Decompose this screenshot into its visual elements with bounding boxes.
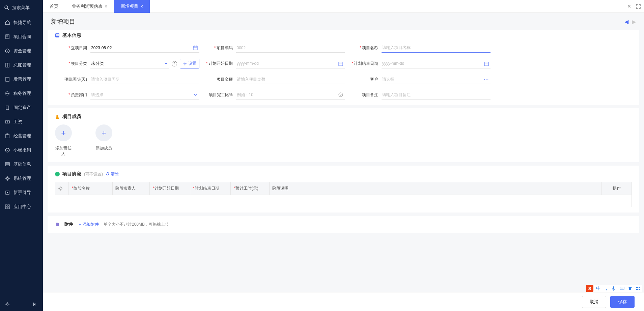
sidebar-item-guide[interactable]: 新手引导 bbox=[0, 186, 43, 200]
close-icon[interactable]: × bbox=[105, 4, 107, 9]
category-settings-button[interactable]: 设置 bbox=[180, 59, 199, 68]
salary-icon bbox=[5, 119, 10, 124]
sidebar-item-label: 税务管理 bbox=[13, 90, 31, 96]
sidebar-item-expense[interactable]: 小畅报销 bbox=[0, 143, 43, 157]
ime-toolbox-icon[interactable] bbox=[636, 286, 642, 290]
sidebar-item-quicknav[interactable]: 快捷导航 bbox=[0, 16, 43, 30]
ime-mic-icon[interactable] bbox=[612, 286, 618, 291]
end-date-input[interactable] bbox=[382, 59, 491, 68]
label-complete: 项目完工比% bbox=[209, 92, 233, 97]
ime-toolbar[interactable]: S 中 ， bbox=[586, 285, 642, 292]
sidebar-item-label: 发票管理 bbox=[13, 76, 31, 82]
more-icon[interactable]: ⋯ bbox=[484, 77, 489, 82]
svg-point-0 bbox=[5, 6, 8, 9]
gear-icon bbox=[5, 176, 10, 181]
tab-home[interactable]: 首页 bbox=[43, 0, 65, 13]
page-prev-icon[interactable]: ◀ bbox=[624, 19, 628, 25]
svg-rect-42 bbox=[484, 62, 488, 66]
start-date-input[interactable] bbox=[236, 59, 345, 68]
ime-keyboard-icon[interactable] bbox=[620, 286, 626, 290]
sidebar-item-salary[interactable]: 工资 bbox=[0, 115, 43, 129]
sidebar-item-basic-info[interactable]: 基础信息 bbox=[0, 157, 43, 171]
add-member-button[interactable]: ＋ bbox=[95, 124, 112, 141]
tab-new-project[interactable]: 新增项目 × bbox=[114, 0, 150, 13]
proj-name-input[interactable] bbox=[382, 43, 491, 53]
label-proj-date: 立项日期 bbox=[71, 46, 87, 50]
sidebar-item-label: 项目合同 bbox=[13, 34, 31, 40]
label-customer: 客户 bbox=[370, 77, 378, 82]
stages-clear-button[interactable]: 清除 bbox=[106, 171, 119, 177]
sidebar-item-operation[interactable]: 经营管理 bbox=[0, 129, 43, 143]
sidebar-item-invoice[interactable]: 发票管理 bbox=[0, 72, 43, 86]
page-next-icon[interactable]: ▶ bbox=[632, 19, 636, 25]
svg-point-29 bbox=[6, 303, 8, 305]
save-button[interactable]: 保存 bbox=[610, 296, 635, 308]
calendar-icon[interactable] bbox=[193, 45, 198, 51]
table-gear-header[interactable] bbox=[55, 182, 69, 195]
sidebar-item-label: 应用中心 bbox=[13, 204, 31, 210]
book-icon bbox=[5, 62, 10, 68]
ime-skin-icon[interactable] bbox=[628, 286, 634, 290]
sidebar-item-appcenter[interactable]: 应用中心 bbox=[0, 200, 43, 214]
calendar-icon[interactable] bbox=[484, 61, 489, 66]
chevron-down-icon bbox=[164, 62, 168, 65]
tax-icon bbox=[5, 91, 10, 96]
attachment-tip: 单个大小不超过200MB，可拖拽上传 bbox=[104, 222, 169, 227]
add-owner: ＋ 添加责任人 bbox=[55, 124, 81, 157]
tab-profit-estimate[interactable]: 业务利润预估表 × bbox=[65, 0, 114, 13]
help-icon[interactable]: ? bbox=[338, 92, 343, 97]
label-proj-name: 项目名称 bbox=[362, 46, 378, 50]
svg-rect-50 bbox=[620, 287, 624, 290]
customer-select[interactable] bbox=[382, 75, 491, 84]
sidebar-item-tax[interactable]: 税务管理 bbox=[0, 86, 43, 101]
sidebar-item-label: 经营管理 bbox=[13, 133, 31, 139]
cancel-button[interactable]: 取消 bbox=[582, 296, 606, 308]
sidebar-item-project-contract[interactable]: 项目合同 bbox=[0, 30, 43, 44]
add-owner-button[interactable]: ＋ bbox=[55, 124, 72, 141]
settings-icon[interactable] bbox=[5, 302, 11, 308]
ime-lang-icon[interactable]: 中 bbox=[595, 285, 601, 291]
sidebar-item-label: 小畅报销 bbox=[13, 147, 31, 153]
th-start: 计划开始日期 bbox=[155, 186, 179, 191]
ime-punct-icon[interactable]: ， bbox=[604, 285, 610, 291]
proj-code-input[interactable] bbox=[236, 43, 345, 53]
search-icon bbox=[4, 5, 9, 10]
sidebar-item-ledger[interactable]: 总账管理 bbox=[0, 58, 43, 72]
dept-select[interactable] bbox=[90, 90, 199, 100]
tab-label: 业务利润预估表 bbox=[72, 3, 103, 9]
sidebar-item-fixed-asset[interactable]: 固定资产 bbox=[0, 101, 43, 115]
sidebar-item-fund[interactable]: ￥ 资金管理 bbox=[0, 44, 43, 58]
proj-date-input[interactable] bbox=[90, 43, 199, 53]
svg-rect-28 bbox=[8, 207, 9, 209]
label-start-date: 计划开始日期 bbox=[208, 61, 233, 66]
tab-label: 首页 bbox=[50, 3, 58, 9]
amount-input[interactable] bbox=[236, 75, 345, 84]
tab-label: 新增项目 bbox=[121, 3, 138, 9]
close-icon[interactable]: × bbox=[140, 4, 143, 9]
stages-hint: (可不设置) bbox=[84, 171, 103, 177]
period-input[interactable] bbox=[90, 75, 199, 84]
svg-text:?: ? bbox=[340, 93, 341, 96]
collapse-icon[interactable] bbox=[32, 302, 38, 308]
page-header: 新增项目 ◀ ▶ bbox=[43, 13, 644, 30]
svg-rect-19 bbox=[5, 163, 9, 166]
footer-bar: 取消 保存 bbox=[43, 292, 644, 311]
clipboard-icon bbox=[5, 133, 10, 139]
sidebar-search[interactable]: 搜索菜单 bbox=[0, 0, 43, 16]
add-attachment-button[interactable]: ＋添加附件 bbox=[78, 222, 99, 227]
calendar-icon[interactable] bbox=[338, 61, 343, 66]
fullscreen-icon[interactable] bbox=[636, 4, 641, 9]
remark-input[interactable] bbox=[382, 90, 491, 100]
sidebar-item-label: 资金管理 bbox=[13, 48, 31, 54]
chevron-down-icon[interactable] bbox=[193, 92, 198, 97]
table-row-empty[interactable] bbox=[55, 195, 632, 207]
close-all-icon[interactable]: ✕ bbox=[627, 4, 631, 9]
sidebar-item-system[interactable]: 系统管理 bbox=[0, 171, 43, 186]
help-icon[interactable]: ? bbox=[172, 61, 177, 66]
panel-stages: 项目阶段 (可不设置) 清除 *阶段名称 阶段 bbox=[48, 166, 639, 213]
complete-input[interactable] bbox=[236, 90, 345, 100]
svg-rect-49 bbox=[613, 286, 614, 289]
proj-category-select[interactable]: 未分类 bbox=[90, 59, 169, 68]
label-proj-cat: 项目分类 bbox=[71, 61, 87, 66]
sidebar-item-label: 固定资产 bbox=[13, 105, 31, 111]
